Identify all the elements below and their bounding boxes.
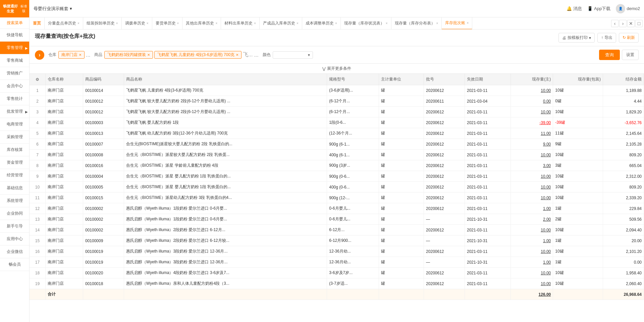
goods-dots[interactable]: ... <box>254 52 258 58</box>
tab-item-10[interactable]: 现存量（库存分布表）× <box>391 17 442 30</box>
tab-close-1[interactable]: × <box>77 21 79 25</box>
cell-r14-c9: 1罐 <box>553 235 603 246</box>
tab-item-1[interactable]: 分量盘点单历史× <box>45 17 83 30</box>
sidebar-item-13[interactable]: 企业协同 <box>0 207 29 220</box>
goods-tag-close-2[interactable]: ✕ <box>236 53 238 57</box>
warehouse-more-btn[interactable]: ... <box>86 52 90 58</box>
cell-r2-c8[interactable]: 10.00 <box>511 107 553 117</box>
cell-r2-c3: 飞鹤星飞帆 较大婴儿配方奶粉 2段(6-12个月婴幼儿适用) ... <box>124 107 327 117</box>
tab-close-5[interactable]: × <box>215 21 217 25</box>
tab-close-11[interactable]: × <box>467 21 469 25</box>
sidebar-item-6[interactable]: 电商管理 <box>0 118 29 131</box>
cell-r6-c9: 10罐 <box>553 150 603 160</box>
cell-r13-c8[interactable]: 10.00 <box>511 225 553 235</box>
cell-r6-c8[interactable]: 10.00 <box>511 150 553 160</box>
cell-r8-c8[interactable]: 10.00 <box>511 171 553 182</box>
sidebar-item-10[interactable]: 经营管理 <box>0 169 29 182</box>
color-dropdown[interactable]: ▾ <box>273 51 313 59</box>
tab-close-4[interactable]: × <box>177 21 179 25</box>
cell-r7-c8[interactable]: 3.00 <box>511 160 553 171</box>
app-download-btn[interactable]: 📱 App下载 <box>587 6 610 12</box>
account-dropdown[interactable]: 母婴行业演示账套 ▾ <box>34 6 72 12</box>
cell-r5-c8[interactable]: 9.00 <box>511 139 553 150</box>
cell-r11-c6: 20200612 <box>424 203 465 214</box>
sidebar-item-5[interactable]: 批发管理▶ <box>0 105 29 118</box>
tab-item-11[interactable]: 库存批次账× <box>442 17 472 30</box>
tab-close-2[interactable]: × <box>116 21 118 25</box>
warehouse-tag-1[interactable]: 南岸门店 ✕ <box>58 51 85 59</box>
cell-r14-c3: 惠氏启醇（Wyeth illuma）2段奶粉 爱尔兰进口 6-12月较... <box>124 235 327 246</box>
refresh-button[interactable]: ↻ 刷新 <box>619 33 639 43</box>
template-print-button[interactable]: 🖨 按模板打印 ▾ <box>558 33 595 43</box>
cell-r10-c8[interactable]: 10.00 <box>511 193 553 203</box>
cell-r3-c8[interactable]: -39.00 <box>511 117 553 128</box>
message-btn[interactable]: 🔔 消息 <box>567 6 582 12</box>
col-header-9: 现存量(包装) <box>553 74 603 85</box>
tab-item-0[interactable]: 首页 <box>30 17 45 30</box>
sidebar-item-7[interactable]: 采购管理 <box>0 131 29 144</box>
cell-r0-c8[interactable]: 10.00 <box>511 85 553 96</box>
goods-tag-1[interactable]: 飞鹤奶粉3段丙罐摆装 ✕ <box>104 51 153 59</box>
sidebar-item-9[interactable]: 资金管理 <box>0 156 29 169</box>
filter-expand-button[interactable]: › <box>35 50 44 60</box>
tab-item-3[interactable]: 调拨单历史× <box>122 17 152 30</box>
setting-button[interactable]: 设置 <box>622 50 639 60</box>
cell-r18-c8[interactable]: 10.00 <box>511 278 553 289</box>
tab-close-8[interactable]: × <box>335 21 337 25</box>
tabs-next-btn[interactable]: › <box>619 20 627 27</box>
sidebar-item-11[interactable]: 基础信息 <box>0 182 29 195</box>
cell-r16-c8[interactable]: 1.00 <box>511 257 553 268</box>
tabs-prev-btn[interactable]: ‹ <box>611 20 619 27</box>
col-header-0[interactable]: ⚙ <box>30 74 45 85</box>
cell-r9-c8[interactable]: 10.00 <box>511 182 553 193</box>
tab-item-5[interactable]: 其他出库单历史× <box>182 17 221 30</box>
cell-r1-c9: 0罐 <box>553 96 603 107</box>
export-button[interactable]: ↑ 导出 <box>597 33 616 43</box>
sidebar-item-0[interactable]: 零售管理▶ <box>0 42 29 54</box>
tab-item-4[interactable]: 要货单历史× <box>152 17 183 30</box>
goods-tag-close-1[interactable]: ✕ <box>147 53 150 57</box>
sidebar-item-3[interactable]: 会员中心 <box>0 80 29 93</box>
cell-r5-c1: 南岸门店 <box>45 139 83 150</box>
sidebar-item-15[interactable]: 应用中心 <box>0 233 29 246</box>
sidebar-item-2[interactable]: 营销推广 <box>0 67 29 80</box>
sidebar-item-12[interactable]: 系统管理 <box>0 195 29 207</box>
cell-r9-c9: 10罐 <box>553 182 603 193</box>
cell-r12-c8[interactable]: 2.00 <box>511 214 553 225</box>
sidebar-item-16[interactable]: 企业微信 <box>0 246 29 258</box>
query-button[interactable]: 查询 <box>599 50 620 60</box>
tab-close-9[interactable]: × <box>386 21 388 25</box>
sidebar-item-1[interactable]: 零售商城 <box>0 54 29 67</box>
tab-close-3[interactable]: × <box>147 21 149 25</box>
sidebar-shortcut[interactable]: 快捷导航 <box>0 29 29 42</box>
total-row: 合计126.0026,968.64 <box>30 289 644 300</box>
cell-r4-c8[interactable]: 11.00 <box>511 128 553 139</box>
sidebar-item-8[interactable]: 库存核算 <box>0 144 29 156</box>
tab-item-7[interactable]: 产成品入库单历史× <box>260 17 302 30</box>
user-menu[interactable]: 👤 demo2 <box>616 4 640 13</box>
warehouse-tag-close-1[interactable]: ✕ <box>79 53 82 57</box>
tab-item-2[interactable]: 组装拆卸单历史× <box>83 17 122 30</box>
sidebar-item-14[interactable]: 新手引导 <box>0 220 29 233</box>
goods-more-btn[interactable]: 飞... <box>243 51 253 58</box>
expand-more-button[interactable]: ⋁ 展开更多条件 <box>322 66 351 71</box>
tab-item-9[interactable]: 现存量（库存状况表）× <box>341 17 391 30</box>
tabs-expand-btn[interactable]: □ <box>635 20 643 27</box>
cell-r14-c8[interactable]: 1.00 <box>511 235 553 246</box>
tab-close-6[interactable]: × <box>254 21 256 25</box>
tabs-close-btn[interactable]: ✕ <box>627 20 635 27</box>
tab-close-10[interactable]: × <box>436 21 438 25</box>
sidebar-item-4[interactable]: 零售统计 <box>0 93 29 105</box>
sidebar-search[interactable]: 搜索菜单 <box>0 17 29 29</box>
tab-item-8[interactable]: 成本调整单历史× <box>302 17 341 30</box>
cell-r17-c8[interactable]: 10.00 <box>511 268 553 278</box>
cell-r15-c8[interactable]: 10.00 <box>511 246 553 257</box>
cell-r11-c8[interactable]: 1.00 <box>511 203 553 214</box>
goods-tag-2[interactable]: 飞鹤星飞帆 儿童奶粉 4段(3-6岁适用) 700克 ✕ <box>154 51 241 59</box>
cell-r1-c8[interactable]: 0.00 <box>511 96 553 107</box>
cell-r8-c4: 900g (0-6... <box>327 171 379 182</box>
tab-item-6[interactable]: 材料出库单历史× <box>221 17 260 30</box>
sidebar-item-17[interactable]: 畅会员 <box>0 258 29 271</box>
tab-close-7[interactable]: × <box>297 21 299 25</box>
cell-r13-c3: 惠氏启醇（Wyeth illuma）2段奶粉 爱尔兰进口 6-12月... <box>124 225 327 235</box>
